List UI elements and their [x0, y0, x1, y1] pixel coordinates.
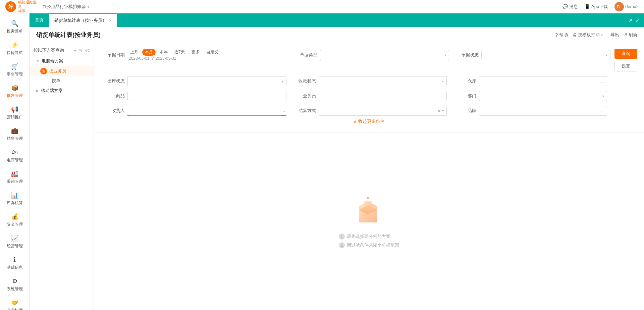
query-button[interactable]: 查询 — [614, 49, 637, 59]
sidebar-item-quick-nav[interactable]: ⚡ 快捷导航 — [0, 38, 29, 59]
date-quick-buttons: 上月 本月 本年 近7天 更多 自定义 — [127, 49, 288, 56]
date-custom[interactable]: 自定义 — [204, 49, 221, 56]
enterprise-icon: 🤝 — [1, 299, 28, 307]
app-download-action[interactable]: 📱 App下载 — [585, 4, 608, 10]
action-buttons: 查询 设置 — [610, 49, 637, 71]
empty-hint-1: 1 请先选择要分析的方案 — [339, 234, 399, 240]
sidebar-item-purchase[interactable]: 🏭 采购管理 — [0, 166, 29, 188]
user-action[interactable]: Ea demo2 — [614, 2, 639, 11]
refresh-button[interactable]: ↺ 刷新 — [623, 32, 637, 38]
settle-label: 结算方式 — [292, 108, 316, 114]
tab-bar-actions: ✕ ⤢ — [629, 17, 644, 23]
export-button[interactable]: ↓ 导出 — [607, 32, 619, 38]
order-scheme-icon: ↔ — [46, 79, 50, 83]
sidebar-item-retail[interactable]: 🛒 零售管理 — [0, 59, 29, 81]
page-title: 销货单统计表(按业务员) — [36, 31, 101, 43]
finance-icon: 💰 — [1, 213, 28, 221]
goods-select[interactable]: … — [127, 91, 286, 101]
date-last-month[interactable]: 上月 — [127, 49, 141, 56]
date-last-7[interactable]: 近7天 — [172, 49, 187, 56]
doc-status-label: 单据状态 — [454, 52, 479, 58]
message-action[interactable]: 💬 消息 — [562, 4, 578, 10]
filter-section: 单据日期 上月 本月 本年 近7天 更多 — [94, 43, 644, 133]
dept-label: 部门 — [452, 93, 476, 99]
settle-arrow-icon: ▾ — [442, 109, 444, 113]
settle-select[interactable]: ✕ ▾ — [319, 106, 447, 116]
doc-type-select[interactable]: ▾ — [320, 50, 449, 60]
tab-close-icon[interactable]: ✕ — [109, 18, 112, 23]
empty-hint-2: 2 用过滤条件来缩小分析范围 — [339, 242, 399, 248]
sidebar-item-system[interactable]: ⚙ 系统管理 — [0, 274, 29, 295]
quick-nav-icon: ⚡ — [1, 41, 28, 49]
sidebar-item-wholesale[interactable]: 📦 批发管理 — [0, 81, 29, 102]
sidebar-item-operations[interactable]: 📈 经营管理 — [0, 231, 29, 252]
doc-status-select[interactable]: ▾ — [481, 50, 610, 60]
settings-button[interactable]: 设置 — [614, 61, 637, 71]
logo-icon: 好 — [5, 1, 16, 12]
doc-type-label: 单据类型 — [293, 52, 317, 58]
empty-state: 1 请先选择要分析的方案 2 用过滤条件来缩小分析范围 — [94, 133, 644, 310]
print-button[interactable]: 🖨 按模板打印 ▾ — [572, 32, 603, 38]
left-panel-icons: + ✎ ≪ — [74, 48, 90, 53]
salesperson-select[interactable]: … — [319, 91, 447, 101]
ecommerce-icon: 🛍 — [1, 148, 28, 157]
tree-item-mobile[interactable]: ▶ 移动端方案 — [30, 86, 94, 96]
tree-sub-by-order[interactable]: ↔ 按单 — [30, 76, 94, 86]
basic-icon: ℹ — [1, 256, 28, 264]
sales-icon: 💼 — [1, 127, 28, 135]
refresh-icon: ↺ — [623, 32, 627, 38]
date-this-month[interactable]: 本月 — [142, 49, 156, 56]
help-icon: ? — [555, 32, 558, 38]
maximize-icon[interactable]: ⤢ — [636, 17, 640, 23]
page-header-actions: ? 帮助 🖨 按模板打印 ▾ ↓ 导出 ↺ — [555, 32, 637, 42]
export-icon: ↓ — [607, 32, 609, 38]
top-bar-title: 办公用品行业模拟账套 ▾ — [42, 4, 90, 10]
retail-icon: 🛒 — [1, 62, 28, 71]
consignee-input[interactable] — [129, 105, 281, 115]
salesperson-scheme-icon: 业 — [40, 68, 47, 74]
tab-home[interactable]: 首页 — [30, 13, 49, 27]
tab-sales-stat[interactable]: 销货单统计表（按业务员） ✕ — [49, 14, 117, 27]
sidebar-item-basic[interactable]: ℹ 基础信息 — [0, 252, 29, 274]
out-status-arrow-icon: ▾ — [282, 80, 283, 83]
dropdown-icon[interactable]: ▾ — [87, 4, 90, 9]
inventory-icon: 📊 — [1, 191, 28, 200]
receive-status-select[interactable]: ▾ — [319, 76, 447, 86]
sidebar-item-marketing[interactable]: 📢 营销推广 — [0, 102, 29, 123]
message-icon: 💬 — [562, 4, 568, 9]
collapse-bar[interactable]: ∧ 收起更多条件 — [101, 116, 637, 127]
sidebar-item-search-menu[interactable]: 🔍 搜索菜单 — [0, 16, 29, 38]
close-window-icon[interactable]: ✕ — [629, 17, 633, 23]
goods-more-icon: … — [279, 94, 283, 98]
right-panel: 单据日期 上月 本月 本年 近7天 更多 — [94, 43, 644, 310]
operations-icon: 📈 — [1, 234, 28, 243]
sidebar-item-ecommerce[interactable]: 🛍 电商管理 — [0, 145, 29, 166]
salesperson-more-icon: … — [440, 94, 444, 98]
collapse-panel-icon[interactable]: ≪ — [85, 48, 90, 53]
settle-clear-icon[interactable]: ✕ — [437, 108, 441, 113]
sidebar-item-finance[interactable]: 💰 资金管理 — [0, 209, 29, 231]
dept-select[interactable]: ▾ — [479, 91, 607, 101]
help-button[interactable]: ? 帮助 — [555, 32, 568, 38]
mobile-expand-icon: ▶ — [36, 89, 39, 93]
avatar: Ea — [614, 2, 624, 11]
add-scheme-icon[interactable]: + — [74, 48, 76, 53]
search-menu-icon: 🔍 — [1, 19, 28, 28]
tree-item-pc[interactable]: ▼ 电脑端方案 — [30, 56, 94, 66]
sidebar: 🔍 搜索菜单 ⚡ 快捷导航 🛒 零售管理 📦 批发管理 📢 营销推广 💼 — [0, 13, 30, 310]
sidebar-item-sales[interactable]: 💼 销售管理 — [0, 123, 29, 145]
date-this-year[interactable]: 本年 — [157, 49, 170, 56]
tree-sub-by-salesperson[interactable]: 业 按业务员 — [30, 66, 94, 76]
purchase-icon: 🏭 — [1, 170, 28, 178]
brand-label: 品牌 — [452, 108, 476, 114]
brand-select[interactable]: … — [479, 106, 607, 116]
sidebar-item-enterprise[interactable]: 🤝 企业协同 — [0, 295, 29, 310]
doc-status-arrow-icon: ▾ — [606, 53, 607, 57]
left-panel: 按以下方案查询 + ✎ ≪ ▼ 电脑端方案 — [30, 43, 94, 310]
warehouse-select[interactable]: … — [479, 76, 607, 86]
out-status-select[interactable]: ▾ — [127, 76, 286, 86]
date-more[interactable]: 更多 — [189, 49, 202, 56]
pc-expand-icon: ▼ — [36, 59, 40, 63]
sidebar-item-inventory[interactable]: 📊 库存核算 — [0, 188, 29, 209]
edit-scheme-icon[interactable]: ✎ — [78, 48, 83, 53]
